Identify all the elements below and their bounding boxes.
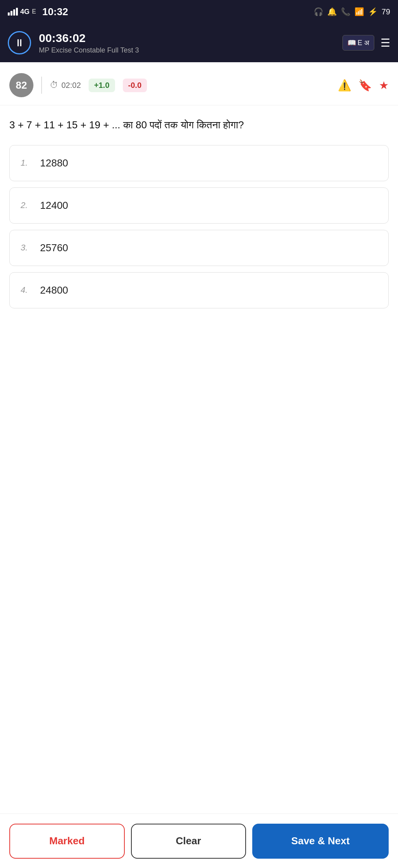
question-text: 3 + 7 + 11 + 15 + 19 + ... का 80 पदों तक… <box>9 117 389 133</box>
battery-percent: 79 <box>382 7 390 16</box>
option-4-text: 24800 <box>40 284 68 296</box>
option-1[interactable]: 1. 12880 <box>9 145 389 181</box>
footer-buttons: Marked Clear Save & Next <box>0 814 398 868</box>
warning-icon[interactable]: ⚠️ <box>338 79 351 92</box>
hamburger-icon: ☰ <box>381 37 390 49</box>
network-label: E <box>32 8 36 15</box>
call-icon: 📞 <box>341 7 351 16</box>
option-4[interactable]: 4. 24800 <box>9 272 389 308</box>
menu-button[interactable]: ☰ <box>381 37 390 49</box>
battery-icon: ⚡ <box>368 7 378 16</box>
lang-label: E अ <box>358 39 369 47</box>
option-1-text: 12880 <box>40 157 68 169</box>
header: ⏸ 00:36:02 MP Excise Constable Full Test… <box>0 23 398 62</box>
option-3-text: 25760 <box>40 242 68 254</box>
vertical-divider <box>41 77 42 94</box>
negative-score-badge: -0.0 <box>123 79 147 92</box>
option-2-number: 2. <box>21 200 32 210</box>
header-center: 00:36:02 MP Excise Constable Full Test 3 <box>39 32 335 54</box>
option-3-number: 3. <box>21 243 32 253</box>
option-4-number: 4. <box>21 285 32 295</box>
notification-icon: 🔔 <box>327 7 337 16</box>
book-icon: 📖 <box>347 38 356 47</box>
options-list: 1. 12880 2. 12400 3. 25760 4. 24800 <box>9 145 389 315</box>
main-content: 82 ⏱ 02:02 +1.0 -0.0 ⚠️ 🔖 ★ 3 + 7 + 11 +… <box>0 65 398 381</box>
status-left: 4G E 10:32 <box>8 6 68 18</box>
option-3[interactable]: 3. 25760 <box>9 230 389 266</box>
icon-actions: ⚠️ 🔖 ★ <box>338 79 389 92</box>
save-next-button[interactable]: Save & Next <box>252 824 389 859</box>
pause-button[interactable]: ⏸ <box>8 31 31 54</box>
clear-button[interactable]: Clear <box>131 824 246 859</box>
positive-score-badge: +1.0 <box>89 79 115 92</box>
clock-icon: ⏱ <box>50 80 58 90</box>
question-timer: ⏱ 02:02 <box>50 80 81 90</box>
network-type: 4G <box>20 8 30 16</box>
question-number: 82 <box>16 79 27 91</box>
pause-icon: ⏸ <box>14 37 24 49</box>
header-timer: 00:36:02 <box>39 32 335 45</box>
status-time: 10:32 <box>42 6 68 18</box>
star-icon[interactable]: ★ <box>379 79 389 92</box>
question-number-badge: 82 <box>9 73 33 97</box>
marked-button[interactable]: Marked <box>9 824 125 859</box>
signal-icon <box>8 8 18 16</box>
question-info-bar: 82 ⏱ 02:02 +1.0 -0.0 ⚠️ 🔖 ★ <box>0 65 398 105</box>
bookmark-icon[interactable]: 🔖 <box>358 79 372 92</box>
question-content: 3 + 7 + 11 + 15 + 19 + ... का 80 पदों तक… <box>0 105 398 322</box>
status-right: 🎧 🔔 📞 📶 ⚡ 79 <box>314 7 390 16</box>
option-2[interactable]: 2. 12400 <box>9 187 389 224</box>
option-2-text: 12400 <box>40 200 68 212</box>
headphone-icon: 🎧 <box>314 7 323 16</box>
test-name: MP Excise Constable Full Test 3 <box>39 46 335 54</box>
question-timer-value: 02:02 <box>61 81 81 90</box>
language-button[interactable]: 📖 E अ <box>342 35 374 51</box>
wifi-icon: 📶 <box>354 7 364 16</box>
header-right: 📖 E अ ☰ <box>342 35 390 51</box>
option-1-number: 1. <box>21 158 32 168</box>
status-bar: 4G E 10:32 🎧 🔔 📞 📶 ⚡ 79 <box>0 0 398 23</box>
